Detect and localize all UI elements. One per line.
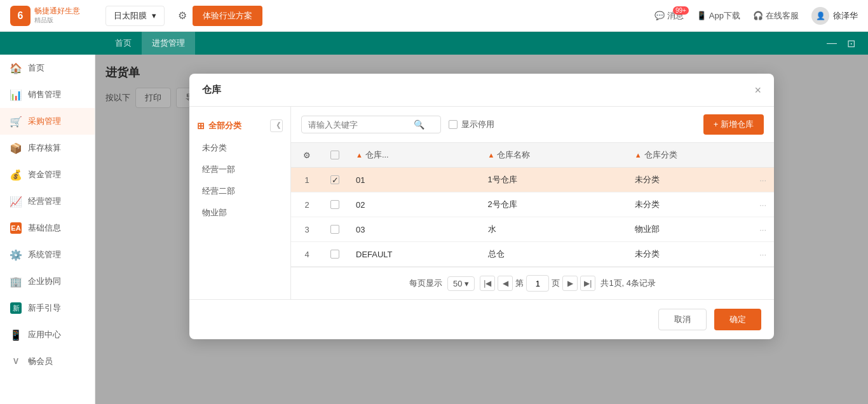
sidebar-item-guide[interactable]: 新 新手引导 xyxy=(0,295,95,321)
table-row[interactable]: 3 03 水 物业部··· xyxy=(291,217,774,242)
table-row[interactable]: 2 02 2号仓库 未分类··· xyxy=(291,192,774,217)
row-code: 02 xyxy=(348,192,480,217)
collapse-button[interactable]: 《 xyxy=(270,119,283,132)
row-select-checkbox[interactable]: ✓ xyxy=(330,175,339,184)
row-action-dots[interactable]: ··· xyxy=(759,250,766,259)
select-all-checkbox[interactable] xyxy=(330,151,339,159)
trial-button[interactable]: 体验行业方案 xyxy=(193,6,262,26)
table-toolbar: 🔍 显示停用 + 新增仓库 xyxy=(291,107,774,143)
page-size-label: 每页显示 xyxy=(409,278,442,289)
message-button[interactable]: 💬 消息 99+ xyxy=(654,10,684,22)
sort-icon-category: ▲ xyxy=(635,151,642,159)
row-select-checkbox[interactable] xyxy=(330,250,339,259)
sidebar-label-purchase: 采购管理 xyxy=(28,116,61,127)
subnav-purchase[interactable]: 进货管理 xyxy=(142,32,195,55)
show-disabled-checkbox-area[interactable]: 显示停用 xyxy=(449,119,494,130)
sidebar-item-basic[interactable]: EA 基础信息 xyxy=(0,215,95,241)
pagination: 每页显示 50 ▾ |◀ ◀ 第 页 ▶ xyxy=(291,267,774,299)
confirm-button[interactable]: 确定 xyxy=(714,309,761,330)
search-box: 🔍 xyxy=(301,116,441,133)
online-service-label: 在线客服 xyxy=(766,10,799,22)
row-action-dots[interactable]: ··· xyxy=(759,225,766,234)
row-select-checkbox[interactable] xyxy=(330,200,339,209)
online-service-button[interactable]: 🎧 在线客服 xyxy=(753,10,799,22)
table-row[interactable]: 1 ✓ 01 1号仓库 未分类··· xyxy=(291,168,774,192)
gear-button[interactable]: ⚙ xyxy=(172,6,193,26)
logo-text-area: 畅捷通好生意 精品版 xyxy=(34,6,80,25)
show-disabled-checkbox[interactable] xyxy=(449,120,458,129)
cancel-button[interactable]: 取消 xyxy=(658,309,707,330)
next-page-button[interactable]: ▶ xyxy=(562,276,578,291)
page-label: 第 xyxy=(515,278,524,289)
sidebar-item-operation[interactable]: 📈 经营管理 xyxy=(0,188,95,215)
page-size-select[interactable]: 50 ▾ xyxy=(447,276,475,291)
header-right: 💬 消息 99+ 📱 App下载 🎧 在线客服 👤 徐泽华 xyxy=(654,7,858,25)
table-area: 🔍 显示停用 + 新增仓库 xyxy=(291,107,774,299)
row-action-dots[interactable]: ··· xyxy=(759,175,766,185)
search-icon[interactable]: 🔍 xyxy=(414,119,424,130)
prev-page-button[interactable]: ◀ xyxy=(498,276,513,291)
row-index: 2 xyxy=(291,192,323,217)
new-icon: 新 xyxy=(10,302,22,314)
window-minimize-icon[interactable]: — xyxy=(824,35,839,51)
sidebar-item-home[interactable]: 🏠 首页 xyxy=(0,55,95,81)
row-index: 3 xyxy=(291,217,323,242)
cat-item-dept1[interactable]: 经营一部 xyxy=(189,159,290,180)
cat-item-unclassified[interactable]: 未分类 xyxy=(189,137,290,159)
last-page-button[interactable]: ▶| xyxy=(580,276,595,291)
row-name: 总仓 xyxy=(480,242,627,267)
app-edition: 精品版 xyxy=(34,16,80,25)
search-input[interactable] xyxy=(308,120,410,130)
page-size-value: 50 xyxy=(453,279,462,288)
dialog-title: 仓库 xyxy=(202,84,221,96)
page-content: 进货单 按以下 打印 导出 刷新 查询 设置 仓库 × xyxy=(95,55,868,404)
cat-item-property[interactable]: 物业部 xyxy=(189,202,290,224)
sidebar-item-vip[interactable]: V 畅会员 xyxy=(0,348,95,375)
row-checkbox[interactable] xyxy=(323,217,348,242)
page-number-input[interactable] xyxy=(526,275,549,292)
cat-item-dept2[interactable]: 经营二部 xyxy=(189,180,290,202)
table-row[interactable]: 4 DEFAULT 总仓 未分类··· xyxy=(291,242,774,267)
category-header[interactable]: ⊞ 全部分类 《 xyxy=(189,114,290,137)
first-page-button[interactable]: |◀ xyxy=(480,276,495,291)
row-select-checkbox[interactable] xyxy=(330,225,339,234)
dialog-header: 仓库 × xyxy=(189,74,774,107)
category-all-label: 全部分类 xyxy=(208,120,241,131)
store-selector[interactable]: 日太阳膜 ▾ xyxy=(105,6,165,26)
subnav-home[interactable]: 首页 xyxy=(105,32,142,55)
building-icon: 🏢 xyxy=(10,276,22,287)
sort-icon-name: ▲ xyxy=(488,151,495,159)
user-avatar-area[interactable]: 👤 徐泽华 xyxy=(811,7,858,25)
data-table: ⚙ ▲仓库... ▲仓库名称 ▲仓库分类 1 ✓ 01 xyxy=(291,143,774,267)
row-name: 2号仓库 xyxy=(480,192,627,217)
col-name[interactable]: ▲仓库名称 xyxy=(480,143,627,168)
app-download-button[interactable]: 📱 App下载 xyxy=(696,10,740,22)
row-checkbox[interactable] xyxy=(323,242,348,267)
main-layout: 🏠 首页 📊 销售管理 🛒 采购管理 📦 库存核算 💰 资金管理 📈 经营管理 … xyxy=(0,55,868,404)
chevron-down-icon: ▾ xyxy=(152,11,156,20)
col-code[interactable]: ▲仓库... xyxy=(348,143,480,168)
app-logo-icon: 6 xyxy=(10,6,31,26)
sidebar-item-system[interactable]: ⚙️ 系统管理 xyxy=(0,241,95,268)
window-maximize-icon[interactable]: ⊡ xyxy=(844,35,858,52)
sidebar-item-purchase[interactable]: 🛒 采购管理 xyxy=(0,108,95,135)
row-category: 未分类··· xyxy=(627,192,774,217)
add-warehouse-button[interactable]: + 新增仓库 xyxy=(703,114,764,135)
settings-icon: ⚙️ xyxy=(10,249,22,260)
row-checkbox[interactable] xyxy=(323,192,348,217)
ea-icon: EA xyxy=(10,222,22,234)
headset-icon: 🎧 xyxy=(753,11,763,20)
sidebar-item-enterprise[interactable]: 🏢 企业协同 xyxy=(0,268,95,295)
dialog-close-button[interactable]: × xyxy=(754,84,761,96)
sidebar-item-sales[interactable]: 📊 销售管理 xyxy=(0,81,95,108)
row-checkbox[interactable]: ✓ xyxy=(323,168,348,192)
col-checkbox xyxy=(323,143,348,168)
sub-header: 首页 进货管理 — ⊡ xyxy=(0,32,868,55)
row-action-dots[interactable]: ··· xyxy=(759,200,766,210)
chevron-page-icon: ▾ xyxy=(465,279,469,288)
sidebar-item-finance[interactable]: 💰 资金管理 xyxy=(0,161,95,188)
col-category[interactable]: ▲仓库分类 xyxy=(627,143,774,168)
message-icon: 💬 xyxy=(654,11,665,20)
sidebar-item-inventory[interactable]: 📦 库存核算 xyxy=(0,135,95,161)
sidebar-item-appcenter[interactable]: 📱 应用中心 xyxy=(0,321,95,348)
